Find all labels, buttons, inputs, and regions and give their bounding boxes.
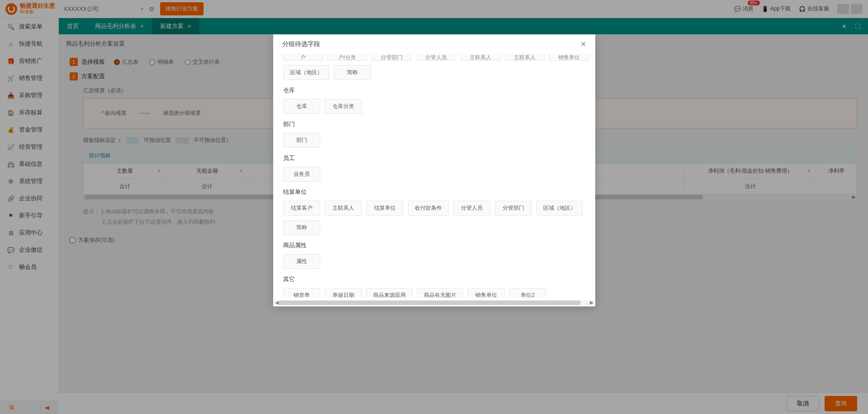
chip-0-0[interactable]: 仓库 <box>283 99 320 114</box>
modal-group-title-3: 结算单位 <box>283 188 585 196</box>
chip-5-1[interactable]: 单据日期 <box>325 288 362 297</box>
modal-group-title-2: 员工 <box>283 154 585 162</box>
chip-2-0[interactable]: 业务员 <box>283 167 320 182</box>
chip-5-2[interactable]: 商品来源应用 <box>366 288 413 297</box>
cut-chip-2[interactable]: 分管部门 <box>372 54 412 61</box>
chip-5-0[interactable]: 销货单 <box>283 288 320 297</box>
chip-5-3[interactable]: 商品有无图片 <box>417 288 463 297</box>
chip-5-5[interactable]: 单位2 <box>509 288 546 297</box>
top2-chip-1[interactable]: 简称 <box>334 65 371 80</box>
modal-cut-row: 户户/分类分管部门分管人员主联系人主联系人销售单位 <box>283 54 585 61</box>
chip-4-0[interactable]: 属性 <box>283 254 320 269</box>
chip-3-5[interactable]: 分管部门 <box>495 201 532 216</box>
modal-scroll-left-icon[interactable]: ◀ <box>275 300 279 306</box>
close-icon[interactable]: ✕ <box>580 40 586 48</box>
cut-chip-0[interactable]: 户 <box>283 54 323 61</box>
modal-scroll-right-icon[interactable]: ▶ <box>590 300 593 306</box>
modal-group-1: 部门 <box>283 133 585 148</box>
group-fields-modal: 分组待选字段 ✕ 户户/分类分管部门分管人员主联系人主联系人销售单位区域（地区）… <box>273 34 595 306</box>
modal-group-4: 属性 <box>283 254 585 269</box>
chip-3-4[interactable]: 分管人员 <box>453 201 490 216</box>
chip-3-7[interactable]: 简称 <box>283 220 320 235</box>
chip-5-4[interactable]: 销售单位 <box>468 288 505 297</box>
modal-group-0: 仓库仓库分类 <box>283 99 585 114</box>
top2-chip-0[interactable]: 区域（地区） <box>283 65 329 80</box>
modal-hscroll[interactable]: ◀ ▶ <box>274 300 594 306</box>
cut-chip-1[interactable]: 户/分类 <box>327 54 367 61</box>
chip-1-0[interactable]: 部门 <box>283 133 320 148</box>
cut-chip-5[interactable]: 主联系人 <box>505 54 545 61</box>
chip-3-6[interactable]: 区域（地区） <box>536 201 583 216</box>
modal-group-5: 销货单单据日期商品来源应用商品有无图片销售单位单位2主计量制单人审核人出库人预计… <box>283 288 585 297</box>
modal-group-3: 结算客户主联系人结算单位收付款条件分管人员分管部门区域（地区）简称 <box>283 201 585 235</box>
chip-3-1[interactable]: 主联系人 <box>325 201 362 216</box>
modal-header: 分组待选字段 ✕ <box>273 34 595 54</box>
modal-group-title-1: 部门 <box>283 120 585 128</box>
chip-3-0[interactable]: 结算客户 <box>283 201 320 216</box>
chip-0-1[interactable]: 仓库分类 <box>325 99 362 114</box>
modal-scroll-thumb[interactable] <box>279 301 581 305</box>
modal-top-row2: 区域（地区）简称 <box>283 65 585 80</box>
chip-3-2[interactable]: 结算单位 <box>366 201 403 216</box>
chip-3-3[interactable]: 收付款条件 <box>408 201 449 216</box>
cut-chip-6[interactable]: 销售单位 <box>549 54 589 61</box>
cut-chip-3[interactable]: 分管人员 <box>416 54 456 61</box>
modal-group-title-0: 仓库 <box>283 86 585 94</box>
modal-group-title-5: 其它 <box>283 275 585 283</box>
modal-group-title-4: 商品属性 <box>283 241 585 249</box>
modal-group-2: 业务员 <box>283 167 585 182</box>
cut-chip-4[interactable]: 主联系人 <box>460 54 500 61</box>
modal-title: 分组待选字段 <box>282 40 320 48</box>
